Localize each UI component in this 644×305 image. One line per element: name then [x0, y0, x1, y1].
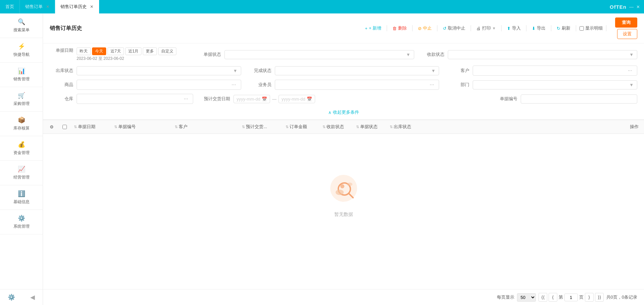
pay-status-label: 收款状态 [421, 51, 448, 58]
new-button[interactable]: + + 新增 [363, 24, 383, 33]
sidebar-settings-icon[interactable]: ⚙️ [8, 294, 15, 301]
th-date-label: 单据日期 [78, 124, 95, 130]
customer-field[interactable]: ··· [473, 66, 637, 76]
setting-button[interactable]: 设置 [617, 29, 637, 39]
export-label: 导出 [537, 25, 546, 31]
select-all-checkbox[interactable] [62, 125, 67, 129]
svg-point-4 [336, 190, 344, 195]
print-dropdown-icon: ▼ [492, 26, 496, 30]
page-size-select[interactable]: 20 50 100 [517, 293, 536, 302]
th-check[interactable] [58, 121, 71, 132]
date-btn-custom[interactable]: 自定义 [158, 47, 176, 55]
table-settings-icon: ⚙ [50, 124, 54, 129]
sidebar-item-purchase-label: 采购管理 [13, 101, 30, 107]
sidebar-item-basic-info-label: 基础信息 [13, 199, 30, 205]
department-select[interactable]: ▼ [473, 80, 637, 89]
delivery-date-to[interactable]: yyyy-mm-dd 📅 [278, 95, 315, 103]
th-out-status[interactable]: ⇅ 出库状态 [387, 120, 424, 133]
product-field[interactable]: ··· [77, 80, 241, 90]
first-page-icon: ⟨⟨ [541, 295, 545, 300]
next-page-icon: ⟩ [588, 295, 590, 300]
salesman-dots-icon[interactable]: ··· [428, 82, 435, 88]
first-page-button[interactable]: ⟨⟨ [539, 293, 547, 302]
tab-sales-history-close[interactable]: ✕ [90, 4, 93, 9]
sidebar-collapse-icon[interactable]: ◀ [30, 294, 35, 301]
doc-no-input[interactable] [521, 94, 637, 104]
show-detail-input[interactable] [579, 26, 584, 31]
sidebar-item-search[interactable]: 🔍 搜索菜单 [0, 13, 43, 38]
sidebar-item-finance[interactable]: 💰 资金管理 [0, 136, 43, 161]
complete-status-select[interactable]: ▼ [275, 66, 439, 75]
th-doc-status[interactable]: ⇅ 单据状态 [353, 120, 387, 133]
th-settings[interactable]: ⚙ [46, 121, 58, 133]
window-close[interactable]: ✕ [636, 4, 640, 9]
sidebar-item-sales[interactable]: 📊 销售管理 [0, 63, 43, 87]
th-amount[interactable]: ⇅ 订单金额 [283, 120, 320, 133]
sidebar-item-system[interactable]: ⚙️ 系统管理 [0, 210, 43, 234]
sidebar-item-finance-label: 资金管理 [13, 150, 30, 156]
pay-status-select[interactable]: ▼ [448, 50, 638, 59]
tab-sales-order-close[interactable]: ✕ [46, 4, 49, 9]
th-customer[interactable]: ⇅ 客户 [172, 120, 239, 133]
page-suffix: 页 [579, 294, 584, 300]
prev-page-icon: ⟨ [552, 295, 554, 300]
delete-button[interactable]: 🗑 删除 [390, 24, 409, 33]
doc-status-label: 单据状态 [198, 51, 224, 58]
date-btn-more[interactable]: 更多 [143, 47, 157, 55]
last-page-button[interactable]: ⟩⟩ [595, 293, 604, 302]
sidebar-item-operations[interactable]: 📈 经营管理 [0, 161, 43, 185]
date-btn-today[interactable]: 今天 [92, 47, 106, 55]
sidebar-item-quick-nav[interactable]: ⚡ 快捷导航 [0, 38, 43, 63]
date-btn-yesterday[interactable]: 昨天 [77, 47, 91, 55]
salesman-field[interactable]: ··· [275, 80, 439, 90]
page-title: 销售订单历史 [50, 25, 82, 32]
export-button[interactable]: ⬇ 导出 [530, 24, 548, 33]
warehouse-dots-icon[interactable]: ··· [182, 96, 189, 102]
cancel-stop-icon: ↺ [443, 26, 446, 31]
sidebar-item-inventory[interactable]: 📦 库存核算 [0, 112, 43, 136]
page-number-input[interactable] [564, 294, 578, 301]
th-pay-status[interactable]: ⇅ 收款状态 [320, 120, 353, 133]
doc-no-label: 单据编号 [494, 96, 521, 102]
customer-dots-icon[interactable]: ··· [627, 68, 634, 74]
import-icon: ⬆ [507, 26, 511, 31]
warehouse-field[interactable]: ··· [77, 94, 193, 104]
out-status-select[interactable]: ▼ [77, 66, 241, 75]
sidebar-footer: ⚙️ ◀ [0, 289, 43, 305]
purchase-icon: 🛒 [18, 92, 25, 99]
query-btn-col: 查询 设置 [610, 17, 637, 39]
sidebar-item-basic-info[interactable]: ℹ️ 基础信息 [0, 185, 43, 210]
th-no[interactable]: ⇅ 单据编号 [112, 120, 172, 133]
delivery-date-range: yyyy-mm-dd 📅 — yyyy-mm-dd 📅 [233, 95, 315, 103]
th-date[interactable]: ⇅ 单据日期 [71, 120, 112, 133]
collapse-bar[interactable]: ∧ 收起更多条件 [50, 108, 637, 118]
query-button[interactable]: 查询 [615, 17, 637, 28]
print-button[interactable]: 🖨 打印 ▼ [474, 24, 498, 33]
sidebar-item-purchase[interactable]: 🛒 采购管理 [0, 87, 43, 112]
date-btn-1month[interactable]: 近1月 [125, 47, 142, 55]
complete-status-arrow-icon: ▼ [431, 68, 435, 73]
date-dash: — [272, 97, 276, 102]
refresh-button[interactable]: ↻ 刷新 [555, 24, 572, 33]
next-page-button[interactable]: ⟩ [585, 293, 594, 302]
tab-sales-history[interactable]: 销售订单历史 ✕ [55, 0, 99, 13]
delivery-date-from[interactable]: yyyy-mm-dd 📅 [233, 95, 270, 103]
show-detail-checkbox[interactable]: 显示明细 [579, 25, 603, 31]
filter-row-3: 商品 ··· 业务员 ··· 部门 [50, 80, 637, 90]
product-dots-icon[interactable]: ··· [230, 82, 237, 88]
tab-home[interactable]: 首页 [0, 0, 20, 13]
table-header: ⚙ ⇅ 单据日期 ⇅ 单据编号 ⇅ 客户 ⇅ [43, 120, 644, 134]
window-minimize[interactable]: — [629, 4, 634, 9]
date-btn-7days[interactable]: 近7天 [108, 47, 124, 55]
show-detail-label: 显示明细 [585, 25, 603, 31]
delete-label: 删除 [398, 25, 407, 31]
doc-status-select[interactable]: ▼ [224, 50, 414, 59]
import-button[interactable]: ⬆ 导入 [505, 24, 523, 33]
prev-page-button[interactable]: ⟨ [549, 293, 557, 302]
department-label: 部门 [446, 82, 473, 88]
tab-sales-order[interactable]: 销售订单 ✕ [20, 0, 55, 13]
th-delivery[interactable]: ⇅ 预计交货... [239, 120, 283, 133]
stop-button[interactable]: ⊘ 中止 [416, 24, 434, 33]
cancel-stop-button[interactable]: ↺ 取消中止 [441, 24, 467, 33]
warehouse-label: 仓库 [50, 96, 77, 102]
